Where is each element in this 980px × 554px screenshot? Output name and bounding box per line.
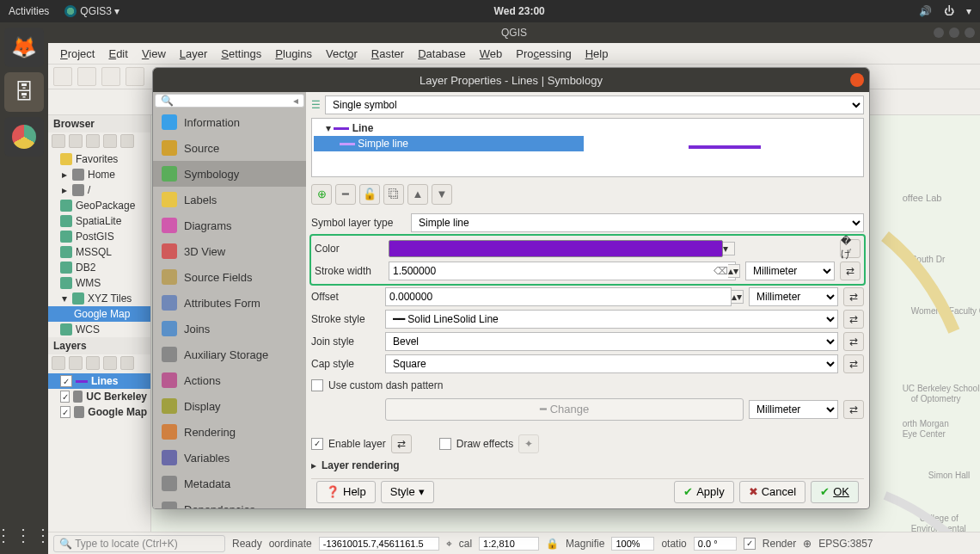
nav-source-fields[interactable]: Source Fields	[153, 264, 306, 290]
browser-spatialite[interactable]: SpatiaLite	[48, 213, 150, 229]
tb-new[interactable]	[53, 67, 72, 86]
checkbox-icon[interactable]: ✓	[60, 406, 70, 418]
menu-web[interactable]: Web	[475, 46, 508, 62]
color-dropdown[interactable]: ▾	[723, 242, 735, 255]
nav-variables[interactable]: Variables	[153, 445, 306, 471]
nav-auxiliary-storage[interactable]: Auxiliary Storage	[153, 342, 306, 367]
browser-favorites[interactable]: Favorites	[48, 151, 150, 167]
volume-icon[interactable]: 🔊	[919, 5, 932, 17]
menu-processing[interactable]: Processing	[511, 46, 576, 62]
data-defined-button[interactable]: ⇄	[843, 400, 864, 419]
lock-symbol-button[interactable]: 🔓	[359, 184, 380, 205]
dialog-search-input[interactable]: 🔍◂	[155, 94, 304, 108]
symboltree-simpleline[interactable]: Simple line	[314, 136, 584, 151]
nav-dependencies[interactable]: Dependencies	[153, 496, 306, 509]
menu-database[interactable]: Database	[413, 46, 471, 62]
browser-wcs[interactable]: WCS	[48, 322, 150, 337]
color-picker[interactable]	[389, 240, 723, 257]
data-defined-button[interactable]: ⇄	[843, 332, 864, 351]
browser-wms[interactable]: WMS	[48, 275, 150, 291]
menu-project[interactable]: Project	[55, 46, 100, 62]
nav-symbology[interactable]: Symbology	[153, 161, 306, 187]
moveup-button[interactable]: ▲	[407, 184, 428, 205]
status-coord[interactable]	[319, 537, 439, 551]
nav-actions[interactable]: Actions	[153, 367, 306, 393]
offset-unit[interactable]: Millimeter	[749, 287, 838, 306]
browser-geopackage[interactable]: GeoPackage	[48, 198, 150, 213]
browser-mssql[interactable]: MSSQL	[48, 244, 150, 260]
tb-saveas[interactable]	[126, 67, 144, 86]
menu-raster[interactable]: Raster	[366, 46, 409, 62]
nav-information[interactable]: Information	[153, 109, 306, 135]
help-button[interactable]: ❓Help	[316, 481, 376, 503]
dash-unit[interactable]: Millimeter	[749, 400, 838, 419]
locator-input[interactable]: 🔍 Type to locate (Ctrl+K)	[53, 535, 225, 552]
ok-button[interactable]: ✔OK	[811, 481, 859, 503]
browser-postgis[interactable]: PostGIS	[48, 229, 150, 244]
movedown-button[interactable]: ▼	[432, 184, 452, 205]
layer-googlemap[interactable]: ✓ Google Map	[48, 404, 150, 420]
nav-source[interactable]: Source	[153, 135, 306, 161]
launcher-files[interactable]: 🗄	[4, 72, 44, 112]
topbar-app[interactable]: QGIS3 ▾	[64, 5, 119, 18]
layer-type-select[interactable]: Simple line	[411, 213, 864, 232]
remove-symbol-button[interactable]: ━	[335, 184, 356, 205]
browser-xyz[interactable]: ▾XYZ Tiles	[48, 291, 150, 306]
tb-save[interactable]	[101, 67, 120, 86]
data-defined-button[interactable]: �げ	[840, 239, 861, 258]
render-checkbox[interactable]: ✓	[744, 538, 756, 550]
browser-root[interactable]: ▸/	[48, 182, 150, 198]
browser-home[interactable]: ▸Home	[48, 167, 150, 182]
offset-input[interactable]	[385, 287, 732, 306]
layer-rendering-expander[interactable]: ▸ Layer rendering	[311, 457, 864, 475]
data-defined-button[interactable]: ⇄	[840, 262, 861, 280]
launcher-qgis[interactable]	[4, 117, 44, 157]
stroke-width-unit[interactable]: Millimeter	[745, 262, 835, 280]
minimize-icon[interactable]	[934, 28, 944, 38]
nav-joins[interactable]: Joins	[153, 316, 306, 342]
menu-vector[interactable]: Vector	[321, 46, 363, 62]
nav-attributes-form[interactable]: Attributes Form	[153, 290, 306, 316]
checkbox-icon[interactable]: ✓	[60, 375, 72, 387]
menu-layer[interactable]: Layer	[175, 46, 213, 62]
spin-buttons[interactable]: ▴▾	[728, 264, 740, 278]
topbar-clock[interactable]: Wed 23:00	[119, 5, 919, 17]
duplicate-symbol-button[interactable]: ⿻	[383, 184, 404, 205]
nav-3d-view[interactable]: 3D View	[153, 238, 306, 264]
tb-open[interactable]	[77, 67, 96, 86]
nav-rendering[interactable]: Rendering	[153, 419, 306, 445]
status-scale[interactable]	[479, 537, 539, 551]
dialog-close-button[interactable]	[850, 73, 864, 87]
data-defined-button[interactable]: ⇄	[843, 354, 864, 373]
data-defined-button[interactable]: ⇄	[843, 287, 864, 306]
enable-layer-checkbox[interactable]: ✓	[311, 438, 323, 450]
launcher-apps[interactable]: ⋮⋮⋮	[0, 525, 54, 545]
stroke-style-select[interactable]: ━━ Solid LineSolid Line	[385, 310, 838, 329]
lock-icon[interactable]: 🔒	[546, 538, 559, 550]
layer-ucberkeley[interactable]: ✓ UC Berkeley	[48, 389, 150, 404]
data-defined-button[interactable]: ⇄	[391, 434, 412, 453]
crs-icon[interactable]: ⊕	[803, 538, 812, 550]
status-rot[interactable]	[694, 537, 737, 551]
browser-db2[interactable]: DB2	[48, 260, 150, 275]
nav-metadata[interactable]: Metadata	[153, 471, 306, 496]
browser-googlemap[interactable]: Google Map	[48, 306, 150, 322]
menu-help[interactable]: Help	[580, 46, 614, 62]
dropdown-icon[interactable]: ▾	[966, 5, 971, 17]
nav-diagrams[interactable]: Diagrams	[153, 212, 306, 238]
maximize-icon[interactable]	[949, 28, 959, 38]
nav-display[interactable]: Display	[153, 393, 306, 419]
add-symbol-button[interactable]: ⊕	[311, 184, 332, 205]
status-crs[interactable]: EPSG:3857	[818, 538, 873, 550]
menu-edit[interactable]: Edit	[103, 46, 132, 62]
symbol-mode-select[interactable]: Single symbol	[325, 95, 864, 114]
stroke-width-input[interactable]	[389, 262, 736, 280]
menu-plugins[interactable]: Plugins	[270, 46, 317, 62]
draw-effects-checkbox[interactable]	[439, 438, 451, 450]
style-button[interactable]: Style ▾	[381, 481, 434, 503]
symboltree-line[interactable]: ▾ Line	[314, 120, 584, 136]
menu-settings[interactable]: Settings	[216, 46, 266, 62]
close-icon[interactable]	[965, 28, 975, 38]
join-style-select[interactable]: Bevel	[385, 332, 838, 351]
power-icon[interactable]: ⏻	[944, 5, 954, 17]
